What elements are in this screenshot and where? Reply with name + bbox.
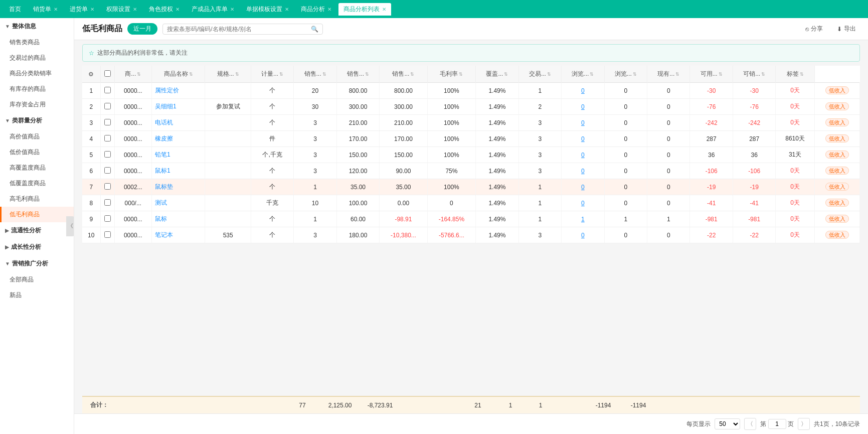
row-checkbox[interactable] xyxy=(100,179,114,195)
row-qty: 20 xyxy=(294,83,336,99)
col-spec-header: 规格...⇅ xyxy=(205,66,251,83)
row-select-checkbox[interactable] xyxy=(104,87,111,93)
sidebar-item-stock-funds[interactable]: 库存资金占用 xyxy=(0,97,74,112)
close-icon[interactable]: ✕ xyxy=(285,7,289,12)
prev-page-button[interactable]: 〈 xyxy=(744,418,756,430)
row-select-checkbox[interactable] xyxy=(104,119,111,125)
row-select-checkbox[interactable] xyxy=(104,199,111,206)
row-checkbox[interactable] xyxy=(100,195,114,211)
close-icon[interactable]: ✕ xyxy=(54,7,58,12)
row-checkbox[interactable] xyxy=(100,163,114,179)
row-name[interactable]: 铅笔1 xyxy=(152,147,205,163)
row-checkbox[interactable] xyxy=(100,227,114,243)
row-select-checkbox[interactable] xyxy=(104,183,111,190)
nav-sales[interactable]: 销货单 ✕ xyxy=(28,3,63,16)
sidebar-section-growth[interactable]: ▶ 成长性分析 xyxy=(0,239,74,255)
sidebar-section-overall[interactable]: ▼ 整体信息 xyxy=(0,18,74,35)
row-checkbox[interactable] xyxy=(100,115,114,131)
row-qty: 1 xyxy=(294,211,336,227)
filter-recent-month[interactable]: 近一月 xyxy=(127,23,157,35)
row-select-checkbox[interactable] xyxy=(104,215,111,222)
close-icon[interactable]: ✕ xyxy=(90,7,94,12)
sidebar-collapse-button[interactable]: 《 xyxy=(66,216,74,236)
row-margin: 1.49% xyxy=(476,211,518,227)
row-browse1: 0 xyxy=(604,115,647,131)
close-icon[interactable]: ✕ xyxy=(230,7,234,12)
row-name[interactable]: 吴细细1 xyxy=(152,99,205,115)
sidebar-item-sales-goods[interactable]: 销售类商品 xyxy=(0,35,74,50)
sidebar-item-low-value[interactable]: 低价值商品 xyxy=(0,144,74,160)
close-icon[interactable]: ✕ xyxy=(382,7,386,12)
row-name[interactable]: 鼠标1 xyxy=(152,163,205,179)
col-code-header: 商...⇅ xyxy=(114,66,152,83)
row-select-checkbox[interactable] xyxy=(104,231,111,238)
row-checkbox[interactable] xyxy=(100,211,114,227)
row-name[interactable]: 属性定价 xyxy=(152,83,205,99)
row-checkbox[interactable] xyxy=(100,131,114,147)
row-name[interactable]: 笔记本 xyxy=(152,227,205,243)
row-name[interactable]: 测试 xyxy=(152,195,205,211)
row-name[interactable]: 橡皮擦 xyxy=(152,131,205,147)
row-price: 800.00 xyxy=(336,83,379,99)
row-sale: -98.91 xyxy=(380,211,427,227)
search-icon[interactable]: 🔍 xyxy=(311,26,318,33)
row-margin: 1.49% xyxy=(476,163,518,179)
total-qty: 77 xyxy=(285,402,320,409)
sidebar-item-high-value[interactable]: 高价值商品 xyxy=(0,129,74,144)
close-icon[interactable]: ✕ xyxy=(176,7,180,12)
sidebar-item-in-stock[interactable]: 有库存的商品 xyxy=(0,81,74,97)
nav-role-auth[interactable]: 角色授权 ✕ xyxy=(144,3,185,16)
row-name[interactable]: 鼠标垫 xyxy=(152,179,205,195)
row-name[interactable]: 鼠标 xyxy=(152,211,205,227)
row-select-checkbox[interactable] xyxy=(104,151,111,158)
row-unit: 个 xyxy=(251,83,293,99)
row-sale: -10,380... xyxy=(380,227,427,243)
close-icon[interactable]: ✕ xyxy=(327,7,331,12)
row-select-checkbox[interactable] xyxy=(104,167,111,174)
page-number-input[interactable] xyxy=(768,419,786,429)
main-content: 低毛利商品 近一月 🔍 ⎋ 分享 ⬇ 导出 ☆ 这部分商品的利润非常低，请关注 xyxy=(74,18,868,434)
nav-home[interactable]: 首页 xyxy=(4,3,26,16)
sidebar-item-category-sales-rate[interactable]: 商品分类助销率 xyxy=(0,66,74,81)
row-coverage: 3 xyxy=(518,131,561,147)
sidebar-item-traded-goods[interactable]: 交易过的商品 xyxy=(0,50,74,66)
row-coverage: 3 xyxy=(518,163,561,179)
row-select-checkbox[interactable] xyxy=(104,135,111,141)
nav-product-analysis[interactable]: 商品分析 ✕ xyxy=(296,3,336,16)
row-salable: 0天 xyxy=(776,195,815,211)
nav-product-entry[interactable]: 产成品入库单 ✕ xyxy=(187,3,239,16)
sidebar-section-liquidity[interactable]: ▶ 流通性分析 xyxy=(0,222,74,239)
row-checkbox[interactable] xyxy=(100,83,114,99)
row-code: 0000... xyxy=(114,115,152,131)
close-icon[interactable]: ✕ xyxy=(133,7,137,12)
sidebar-section-marketing[interactable]: ▼ 营销推广分析 xyxy=(0,255,74,272)
select-all-checkbox[interactable] xyxy=(104,70,111,77)
share-button[interactable]: ⎋ 分享 xyxy=(801,23,827,35)
row-code: 0000... xyxy=(114,227,152,243)
sidebar-item-all-products[interactable]: 全部商品 xyxy=(0,272,74,287)
nav-purchase[interactable]: 进货单 ✕ xyxy=(65,3,99,16)
col-sale-price-header: 销售...⇅ xyxy=(336,66,379,83)
nav-template-settings[interactable]: 单据模板设置 ✕ xyxy=(241,3,294,16)
row-name[interactable]: 电话机 xyxy=(152,115,205,131)
row-select-checkbox[interactable] xyxy=(104,103,111,109)
row-tag: 低收入 xyxy=(814,179,859,195)
sidebar-item-high-coverage[interactable]: 高覆盖度商品 xyxy=(0,160,74,176)
sidebar-item-new-products[interactable]: 新品 xyxy=(0,287,74,303)
page-size-select[interactable]: 50 20 100 xyxy=(715,418,740,429)
sidebar-item-low-margin[interactable]: 低毛利商品 xyxy=(0,207,74,222)
row-checkbox[interactable] xyxy=(100,99,114,115)
nav-product-analysis-list[interactable]: 商品分析列表 ✕ xyxy=(338,3,391,16)
next-page-button[interactable]: 〉 xyxy=(798,418,810,430)
row-no: 3 xyxy=(82,115,100,131)
row-code: 0000... xyxy=(114,83,152,99)
col-settings[interactable]: ⚙ xyxy=(82,66,100,83)
sidebar-section-cluster[interactable]: ▼ 类群量分析 xyxy=(0,112,74,129)
export-button[interactable]: ⬇ 导出 xyxy=(833,23,860,35)
search-input[interactable] xyxy=(167,26,309,33)
row-salable: 0天 xyxy=(776,83,815,99)
row-checkbox[interactable] xyxy=(100,147,114,163)
nav-permissions[interactable]: 权限设置 ✕ xyxy=(101,3,142,16)
sidebar-item-high-margin[interactable]: 高毛利商品 xyxy=(0,191,74,207)
sidebar-item-low-coverage[interactable]: 低覆盖度商品 xyxy=(0,176,74,191)
